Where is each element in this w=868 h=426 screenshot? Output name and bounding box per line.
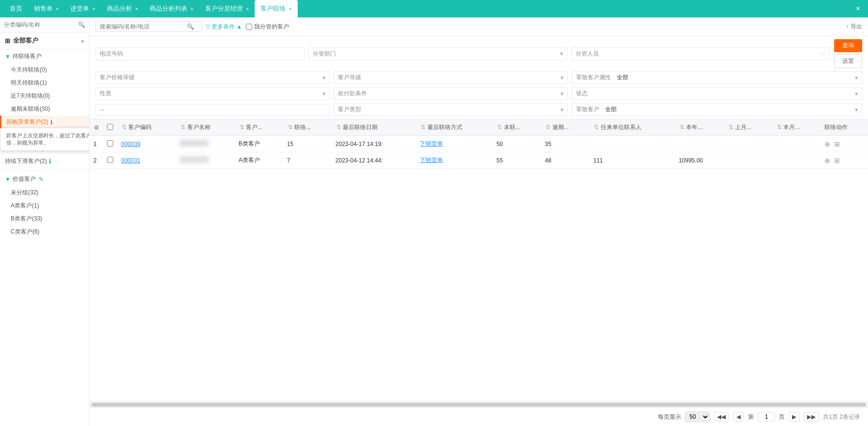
settings-button[interactable]: 设置 <box>834 54 862 68</box>
query-button[interactable]: 查询 <box>834 39 862 52</box>
last-page-btn[interactable]: ▶▶ <box>804 412 819 422</box>
filter-zero-retail[interactable]: 零散客户 全部 ▾ <box>572 103 862 116</box>
row2-this-month <box>772 152 821 169</box>
filter-customer-type[interactable]: 客户类型 ▾ <box>334 103 568 116</box>
select-all-checkbox[interactable] <box>107 124 113 130</box>
row2-checkbox[interactable] <box>103 152 117 169</box>
sidebar-item-tomorrow[interactable]: 明天待联络(1) <box>0 76 89 89</box>
th-customer-type[interactable]: ⇅ 客户... <box>235 119 283 136</box>
close-product-list-icon[interactable]: × <box>190 6 193 12</box>
th-this-month[interactable]: ⇅ 本月... <box>772 119 821 136</box>
hscroll-thumb[interactable] <box>91 403 866 407</box>
th-last-contact-way[interactable]: ⇅ 最后联络方式 <box>416 119 492 136</box>
nav-sales[interactable]: 销售单 × <box>28 0 64 17</box>
more-conditions-btn[interactable]: ▽ 更多条件 ▲ <box>206 23 242 31</box>
phone-input[interactable] <box>127 50 300 57</box>
sidebar-item-a-class[interactable]: A类客户(1) <box>0 199 89 212</box>
nav-purchase[interactable]: 进货单 × <box>64 0 101 17</box>
nav-customer-contact[interactable]: 客户联络 × <box>255 0 297 17</box>
sidebar-all-customers[interactable]: ⊞ 全部客户 » <box>0 32 89 49</box>
sort-person-icon: ⇅ <box>594 124 599 131</box>
th-last-month[interactable]: ⇅ 上月... <box>724 119 772 136</box>
th-contact-person[interactable]: ⇅ 往来单位联系人 <box>589 119 674 136</box>
row1-last-way[interactable]: 下销货单 <box>416 136 492 152</box>
grid-icon: ⊞ <box>5 37 10 44</box>
sidebar-item-unassigned[interactable]: 未分组(32) <box>0 186 89 199</box>
row1-select[interactable] <box>107 140 113 147</box>
nav-customer-segmentation[interactable]: 客户分层经营 × <box>199 0 255 17</box>
data-table: ⚙ ⇅ 客户编码 ⇅ 客户名称 <box>90 119 868 169</box>
my-customers-checkbox-wrap[interactable]: 我分管的客户 <box>246 23 289 31</box>
filter-zero-retail-attr[interactable]: 零散客户属性 全部 ▾ <box>572 71 862 84</box>
sidebar-search-icon[interactable]: 🔍 <box>78 21 85 28</box>
col-settings-icon[interactable]: ⚙ <box>94 124 99 131</box>
nav-home[interactable]: 首页 <box>4 0 28 17</box>
sidebar-item-today[interactable]: 今天待联络(0) <box>0 63 89 76</box>
nav-product-analysis[interactable]: 商品分析 × <box>101 0 144 17</box>
th-not-contact[interactable]: ⇅ 未联... <box>492 119 541 136</box>
row2-link-icon[interactable]: ⊕ <box>824 157 830 164</box>
sidebar-item-declining[interactable]: 持续下滑客户(2) ℹ <box>0 155 89 168</box>
th-code[interactable]: ⇅ 客户编码 <box>117 119 176 136</box>
th-contact-count[interactable]: ⇅ 联络... <box>283 119 332 136</box>
filter-payment[interactable]: 收付款条件 ▾ <box>334 87 568 100</box>
row1-link-icon[interactable]: ⊕ <box>824 140 830 148</box>
th-last-contact-date[interactable]: ⇅ 最后联络日期 <box>332 119 416 136</box>
customer-level-caret-icon: ▾ <box>561 74 563 81</box>
manager-dots-icon[interactable]: ··· <box>821 50 826 57</box>
sidebar-item-overdue[interactable]: 逾期未联络(30) <box>0 103 89 116</box>
row2-select[interactable] <box>107 157 113 163</box>
filter-more[interactable]: ··· <box>95 104 330 116</box>
search-input[interactable] <box>100 23 187 30</box>
page-input[interactable] <box>758 412 775 422</box>
close-purchase-icon[interactable]: × <box>92 6 95 12</box>
row2-grid-icon[interactable]: ⊞ <box>834 157 840 164</box>
my-customers-checkbox[interactable] <box>246 24 252 30</box>
export-btn[interactable]: ↑ 导出 <box>846 23 862 31</box>
sidebar-group-pending[interactable]: ▼ 待联络客户 <box>0 49 89 63</box>
sidebar-item-repurchase-anomaly[interactable]: 回购异常客户(2) ℹ <box>0 116 89 129</box>
main-layout: 🔍 ⊞ 全部客户 » ▼ 待联络客户 今天待联络(0) 明天待联络(1) 近7天… <box>0 17 868 426</box>
th-name[interactable]: ⇅ 客户名称 <box>176 119 234 136</box>
row1-checkbox[interactable] <box>103 136 117 152</box>
filter-price-level[interactable]: 客户价格等级 ▾ <box>95 71 330 84</box>
sidebar-search-input[interactable] <box>4 21 78 28</box>
sidebar-item-c-class[interactable]: C类客户(6) <box>0 225 89 238</box>
price-level-caret-icon: ▾ <box>322 74 325 81</box>
edit-icon-value[interactable]: ✎ <box>39 176 44 183</box>
filter-dept[interactable]: 分管部门 ▾ <box>308 47 567 60</box>
first-page-btn[interactable]: ◀◀ <box>714 412 729 422</box>
nav-product-list[interactable]: 商品分析列表 × <box>144 0 199 17</box>
close-customer-contact-icon[interactable]: × <box>289 6 291 12</box>
row1-actions: ⊕ ⊞ <box>821 136 868 152</box>
filter-customer-level[interactable]: 客户等级 ▾ <box>334 71 568 84</box>
row2-last-date: 2023-04-12 14:44: <box>332 152 416 169</box>
close-sales-icon[interactable]: × <box>56 6 59 12</box>
row2-last-way[interactable]: 下销货单 <box>416 152 492 169</box>
info-icon-declining[interactable]: ℹ <box>49 158 51 165</box>
row2-code[interactable]: 000031 <box>117 152 176 169</box>
horizontal-scrollbar[interactable] <box>90 401 868 407</box>
close-all-tabs-icon[interactable]: × <box>852 0 864 17</box>
next-page-btn[interactable]: ▶ <box>789 412 800 422</box>
row1-code[interactable]: 000039 <box>117 136 176 152</box>
search-icon-main[interactable]: 🔍 <box>187 23 194 30</box>
row1-grid-icon[interactable]: ⊞ <box>834 140 840 148</box>
sidebar-item-7days[interactable]: 近7天待联络(0) <box>0 89 89 103</box>
th-overdue[interactable]: ⇅ 逾期... <box>541 119 589 136</box>
per-page-select[interactable]: 102050100 <box>685 411 710 422</box>
page-suffix: 页 <box>779 413 785 421</box>
close-customer-seg-icon[interactable]: × <box>246 6 249 12</box>
filter-manager[interactable]: 分管人员 ··· <box>571 47 830 60</box>
settings-col-header[interactable]: ⚙ <box>90 119 103 136</box>
filter-gender[interactable]: 性质 ▾ <box>95 87 330 100</box>
sidebar-group-value[interactable]: ▼ 价值客户 ✎ <box>0 172 89 186</box>
close-product-analysis-icon[interactable]: × <box>135 6 138 12</box>
th-this-year[interactable]: ⇅ 本年... <box>675 119 724 136</box>
info-icon-repurchase[interactable]: ℹ <box>50 119 53 126</box>
sidebar-collapse-icon[interactable]: » <box>81 37 84 44</box>
prev-page-btn[interactable]: ◀ <box>733 412 744 422</box>
sidebar-item-b-class[interactable]: B类客户(33) <box>0 212 89 225</box>
checkbox-col-header[interactable] <box>103 119 117 136</box>
filter-status[interactable]: 状态 ▾ <box>572 87 862 100</box>
